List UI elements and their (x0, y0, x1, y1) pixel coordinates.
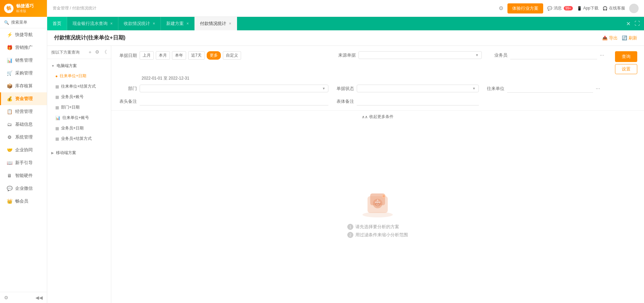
tab-home[interactable]: 首页 (47, 17, 67, 30)
sidebar-item-inventory[interactable]: 📦 库存核算 (0, 80, 47, 92)
scheme-item-salesman-date[interactable]: ▦ 业务员+日期 (47, 123, 111, 133)
tab-collection-close-icon[interactable]: × (153, 21, 155, 26)
scheme-item-label: 往来单位+日期 (60, 73, 86, 79)
close-all-tabs-icon[interactable]: ✕ (626, 21, 631, 27)
service-icon: 🎧 (603, 6, 608, 11)
scheme-section-mobile-header[interactable]: ▶ 移动端方案 (47, 148, 111, 158)
sidebar-item-label: 企业微信 (15, 185, 33, 191)
tab-bank[interactable]: 现金银行流水查询 × (67, 17, 118, 30)
marketing-icon: 🎁 (6, 45, 12, 50)
filter-row-1: 单据日期 上月 本月 本年 近7天 更多 自定义 来源单据 (118, 51, 637, 74)
edition-label: 标准版 (16, 9, 34, 13)
refresh-btn[interactable]: 🔄 刷新 (622, 35, 637, 41)
tab-bank-close-icon[interactable]: × (110, 21, 113, 26)
tip-num-1: 1 (347, 224, 353, 230)
collapse-more-btn[interactable]: ∧∧ 收起更多条件 (111, 110, 644, 123)
status-label: 单据状态 (335, 86, 354, 92)
sidebar-item-guide[interactable]: 📖 新手引导 (0, 156, 47, 169)
tab-collection[interactable]: 收款情况统计 × (118, 17, 161, 30)
collapse-label: 收起更多条件 (369, 114, 393, 120)
service-label: 在线客服 (609, 5, 625, 11)
salesman-dots-icon[interactable]: ··· (600, 52, 604, 58)
sidebar-item-cooperation[interactable]: 🤝 企业协同 (0, 144, 47, 156)
message-btn[interactable]: 💬 消息 99+ (547, 5, 573, 11)
scheme-item-salesman-account[interactable]: ▦ 业务员+账号 (47, 92, 111, 102)
scheme-item-label: 业务员+日期 (61, 125, 84, 131)
scheme-item-counterpart-account[interactable]: 📊 往来单位+账号 (47, 113, 111, 123)
date-group: 上月 本月 本年 近7天 更多 自定义 (140, 51, 330, 60)
search-menu-btn[interactable]: 🔍 搜索菜单 (4, 20, 43, 25)
scheme-item-label: 往来单位+账号 (62, 115, 89, 121)
setting-btn[interactable]: 设置 (615, 64, 637, 74)
tab-payment-close-icon[interactable]: × (229, 21, 231, 26)
header-note-input[interactable] (140, 97, 328, 105)
sidebar-item-sales[interactable]: 📊 销售管理 (0, 54, 47, 67)
date-custom-btn[interactable]: 自定义 (223, 51, 241, 60)
trial-btn[interactable]: 体验行业方案 (507, 3, 543, 13)
date-more-btn[interactable]: 更多 (207, 51, 221, 60)
settings-scheme-icon[interactable]: ⚙ (95, 49, 99, 55)
counterpart-input[interactable] (507, 85, 593, 93)
tab-new-scheme[interactable]: 新建方案 × (161, 17, 195, 30)
sidebar-item-label: 企业协同 (15, 147, 33, 153)
scheme-section-pc-header[interactable]: ▼ 电脑端方案 (47, 61, 111, 71)
date-this-month-btn[interactable]: 本月 (156, 51, 170, 60)
refresh-label: 刷新 (628, 35, 637, 41)
quick-nav-icon: ⚡ (6, 32, 12, 37)
online-service-btn[interactable]: 🎧 在线客服 (603, 5, 625, 11)
counterpart-dots-icon[interactable]: ··· (596, 86, 600, 92)
app-download-btn[interactable]: 📱 App下载 (577, 5, 598, 11)
filter-salesman-item: 业务员 ··· (489, 51, 604, 59)
tip-num-2: 2 (347, 232, 353, 238)
scheme-item-salesman-settlement[interactable]: ▦ 业务员+结算方式 (47, 133, 111, 144)
page-title: 付款情况统计(往来单位+日期) (54, 34, 125, 41)
scheme-item-icon: ▦ (55, 126, 59, 131)
operation-icon: 📋 (6, 109, 12, 114)
scheme-item-counterpart-settlement[interactable]: ▦ 往来单位+结算方式 (47, 81, 111, 92)
filter-date-item: 单据日期 上月 本月 本年 近7天 更多 自定义 (118, 51, 330, 60)
sidebar-item-system[interactable]: ⚙ 系统管理 (0, 131, 47, 144)
topbar-settings-icon[interactable]: ⚙ (499, 5, 503, 11)
sidebar-item-purchase[interactable]: 🛒 采购管理 (0, 67, 47, 80)
sidebar-header: 畅 畅捷通巧 标准版 (0, 0, 47, 17)
body-note-label: 表体备注 (335, 98, 354, 104)
export-btn[interactable]: 📤 导出 (602, 35, 618, 41)
date-7days-btn[interactable]: 近7天 (188, 51, 205, 60)
sidebar-search-area[interactable]: 🔍 搜索菜单 (0, 17, 47, 28)
sidebar-item-marketing[interactable]: 🎁 营销推广 (0, 41, 47, 54)
settings-gear-icon[interactable]: ⚙ (4, 295, 8, 300)
sidebar-item-vip[interactable]: 👑 畅会员 (0, 195, 47, 208)
scheme-item-icon: ▦ (55, 95, 59, 99)
maximize-icon[interactable]: ⛶ (635, 21, 640, 27)
tab-new-scheme-close-icon[interactable]: × (186, 21, 189, 26)
add-scheme-icon[interactable]: ＋ (88, 49, 92, 55)
sidebar-item-operation[interactable]: 📋 经营管理 (0, 105, 47, 118)
sidebar-item-quick-nav[interactable]: ⚡ 快捷导航 (0, 28, 47, 41)
tab-home-label: 首页 (53, 21, 61, 27)
source-select[interactable]: ▼ (358, 51, 481, 59)
salesman-input[interactable] (510, 51, 597, 59)
sidebar-item-capital[interactable]: 💰 资金管理 (0, 92, 47, 105)
body-note-input[interactable] (357, 97, 479, 105)
scheme-item-label: 业务员+账号 (61, 94, 84, 100)
scheme-item-active-icon: ● (55, 74, 58, 79)
sidebar-item-wechat[interactable]: 💬 企业微信 (0, 182, 47, 195)
dept-select[interactable]: ▼ (140, 85, 328, 92)
date-last-month-btn[interactable]: 上月 (140, 51, 154, 60)
dept-select-arrow-icon: ▼ (322, 87, 325, 90)
sidebar-item-hardware[interactable]: 🖥 智能硬件 (0, 169, 47, 182)
scheme-item-counterpart-date[interactable]: ● 往来单位+日期 (47, 71, 111, 81)
scheme-section-mobile: ▶ 移动端方案 (47, 146, 111, 160)
tab-payment[interactable]: 付款情况统计 × (195, 17, 237, 30)
tip-text-2: 用过滤条件来缩小分析范围 (355, 232, 408, 238)
sidebar-footer: ⚙ ◀◀ (0, 292, 47, 303)
status-select[interactable]: ▼ (357, 85, 479, 92)
collapse-sidebar-icon[interactable]: ◀◀ (35, 295, 43, 300)
sidebar-item-basic[interactable]: 🗂 基础信息 (0, 118, 47, 131)
query-btn[interactable]: 查询 (615, 51, 637, 62)
date-this-year-btn[interactable]: 本年 (172, 51, 186, 60)
collapse-scheme-icon[interactable]: 《 (102, 49, 107, 55)
svg-point-9 (383, 195, 385, 197)
user-avatar[interactable] (629, 4, 639, 13)
scheme-item-dept-date[interactable]: ▦ 部门+日期 (47, 102, 111, 113)
